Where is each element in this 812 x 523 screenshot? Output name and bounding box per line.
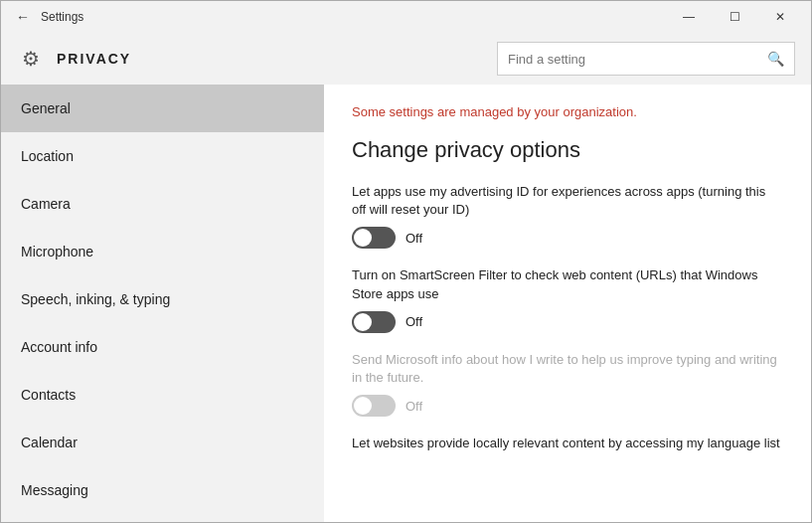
settings-icon: ⚙ [17, 45, 45, 73]
minimize-button[interactable]: — [666, 1, 712, 33]
close-button[interactable]: ✕ [757, 1, 803, 33]
window: ← Settings — ☐ ✕ ⚙ PRIVACY 🔍 General Loc… [0, 0, 812, 523]
section-title: Change privacy options [352, 137, 783, 163]
setting-advertising-id: Let apps use my advertising ID for exper… [352, 183, 783, 249]
toggle-microsoft-typing [352, 395, 396, 417]
maximize-button[interactable]: ☐ [712, 1, 757, 33]
toggle-smartscreen[interactable] [352, 311, 396, 333]
setting-smartscreen: Turn on SmartScreen Filter to check web … [352, 266, 783, 332]
toggle-microsoft-typing-label: Off [406, 399, 422, 414]
toggle-row-microsoft-typing: Off [352, 395, 783, 417]
sidebar-item-account-info[interactable]: Account info [1, 323, 324, 371]
sidebar: General Location Camera Microphone Speec… [1, 85, 324, 522]
toggle-advertising-id[interactable] [352, 227, 396, 249]
toggle-advertising-id-label: Off [406, 231, 422, 246]
setting-language-list: Let websites provide locally relevant co… [352, 435, 783, 452]
title-bar: ← Settings — ☐ ✕ [1, 1, 811, 33]
window-controls: — ☐ ✕ [666, 1, 803, 33]
window-title: Settings [41, 10, 666, 24]
setting-language-list-description: Let websites provide locally relevant co… [352, 435, 783, 452]
sidebar-item-microphone[interactable]: Microphone [1, 228, 324, 275]
app-header: ⚙ PRIVACY 🔍 [1, 33, 811, 85]
sidebar-item-camera[interactable]: Camera [1, 180, 324, 228]
main-content: General Location Camera Microphone Speec… [1, 85, 811, 522]
sidebar-item-messaging[interactable]: Messaging [1, 466, 324, 514]
search-box[interactable]: 🔍 [497, 42, 795, 76]
toggle-smartscreen-label: Off [406, 314, 422, 329]
sidebar-item-calendar[interactable]: Calendar [1, 419, 324, 466]
toggle-row-advertising-id: Off [352, 227, 783, 249]
sidebar-item-location[interactable]: Location [1, 132, 324, 180]
org-notice: Some settings are managed by your organi… [352, 104, 783, 119]
sidebar-item-contacts[interactable]: Contacts [1, 371, 324, 419]
search-icon: 🔍 [767, 51, 784, 67]
toggle-row-smartscreen: Off [352, 311, 783, 333]
sidebar-item-general[interactable]: General [1, 85, 324, 132]
search-input[interactable] [508, 52, 767, 67]
setting-advertising-id-description: Let apps use my advertising ID for exper… [352, 183, 783, 219]
setting-microsoft-typing: Send Microsoft info about how I write to… [352, 351, 783, 417]
right-panel: Some settings are managed by your organi… [324, 85, 811, 522]
setting-microsoft-typing-description: Send Microsoft info about how I write to… [352, 351, 783, 387]
sidebar-item-speech[interactable]: Speech, inking, & typing [1, 275, 324, 323]
setting-smartscreen-description: Turn on SmartScreen Filter to check web … [352, 266, 783, 302]
app-title: PRIVACY [57, 51, 497, 67]
back-button[interactable]: ← [9, 3, 37, 31]
